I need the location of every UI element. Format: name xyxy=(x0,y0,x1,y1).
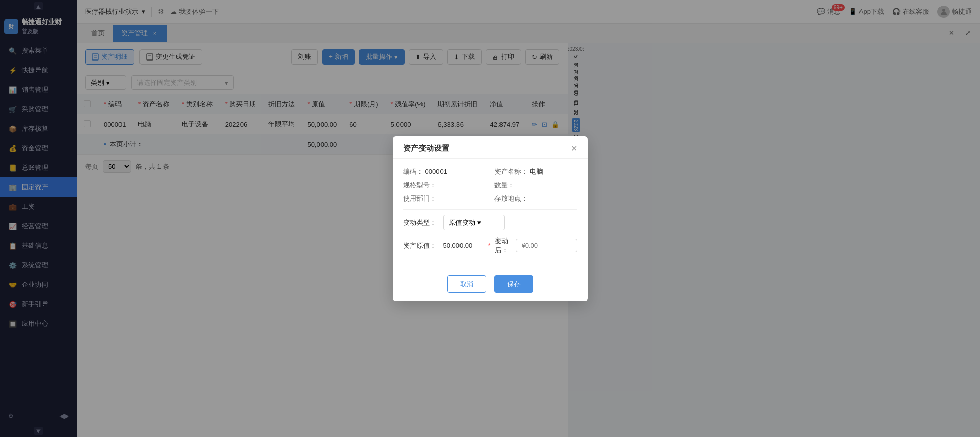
change-type-label: 变动类型： xyxy=(403,218,439,227)
modal-title: 资产变动设置 xyxy=(403,144,449,153)
asset-name-value: 电脑 xyxy=(530,167,543,176)
asset-change-modal: 资产变动设置 ✕ 编码： 000001 资产名称： 电脑 规格型号： 数量： xyxy=(393,136,588,301)
change-type-select[interactable]: 原值变动 ▾ xyxy=(443,215,505,230)
modal-department-field: 使用部门： xyxy=(403,194,486,203)
modal-close-button[interactable]: ✕ xyxy=(571,144,577,153)
spec-label: 规格型号： xyxy=(403,181,436,190)
code-value: 000001 xyxy=(425,168,447,175)
modal-header: 资产变动设置 ✕ xyxy=(393,136,588,159)
cancel-button[interactable]: 取消 xyxy=(447,275,486,293)
modal-footer: 取消 保存 xyxy=(393,269,588,301)
asset-name-label: 资产名称： xyxy=(494,167,528,176)
original-value-display: 50,000.00 xyxy=(443,242,484,249)
modal-code-field: 编码： 000001 xyxy=(403,167,486,176)
code-label: 编码： xyxy=(403,167,423,176)
modal-overlay: 资产变动设置 ✕ 编码： 000001 资产名称： 电脑 规格型号： 数量： xyxy=(0,0,980,437)
save-button[interactable]: 保存 xyxy=(494,275,533,293)
modal-location-field: 存放地点： xyxy=(494,194,577,203)
department-label: 使用部门： xyxy=(403,194,436,203)
required-star: * xyxy=(488,242,491,249)
modal-info-grid: 编码： 000001 资产名称： 电脑 规格型号： 数量： 使用部门： xyxy=(403,167,577,203)
chevron-down-icon: ▾ xyxy=(477,218,481,226)
original-value-label: 资产原值： xyxy=(403,241,439,250)
modal-divider xyxy=(403,209,577,210)
change-type-field: 变动类型： 原值变动 ▾ xyxy=(403,215,577,230)
modal-body: 编码： 000001 资产名称： 电脑 规格型号： 数量： 使用部门： xyxy=(393,159,588,269)
after-label: 变动后： xyxy=(495,236,512,255)
after-value-input[interactable] xyxy=(516,239,577,252)
location-label: 存放地点： xyxy=(494,194,528,203)
change-type-value: 原值变动 xyxy=(449,218,475,227)
modal-quantity-field: 数量： xyxy=(494,181,577,190)
original-value-field: 资产原值： 50,000.00 * 变动后： xyxy=(403,236,577,255)
quantity-label: 数量： xyxy=(494,181,514,190)
modal-asset-name-field: 资产名称： 电脑 xyxy=(494,167,577,176)
modal-spec-field: 规格型号： xyxy=(403,181,486,190)
